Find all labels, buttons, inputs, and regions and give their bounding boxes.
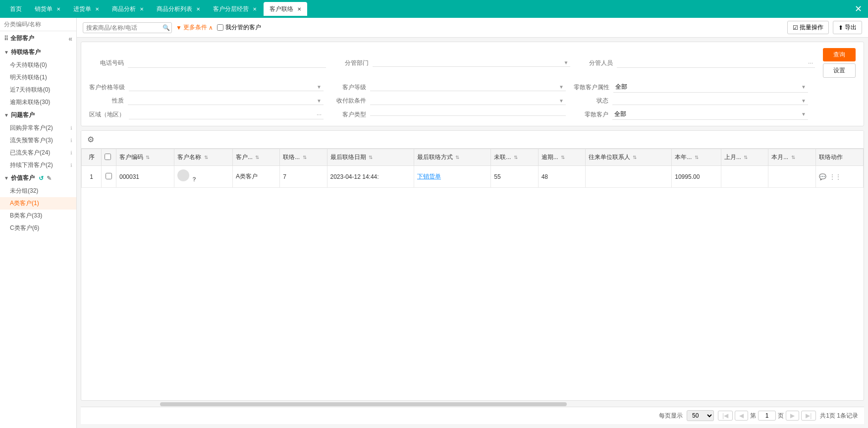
- col-contact-person[interactable]: 往来单位联系人 ⇅: [585, 149, 671, 166]
- col-contact-count[interactable]: 联络... ⇅: [280, 149, 327, 166]
- sidebar-tree: ▼ 待联络客户 今天待联络(0) 明天待联络(1) 近7天待联络(0) 逾期未联…: [0, 46, 76, 428]
- tree-group-pending-label[interactable]: ▼ 待联络客户: [0, 46, 76, 59]
- col-uncontacted[interactable]: 未联... ⇅: [491, 149, 538, 166]
- more-icon[interactable]: ···: [808, 59, 813, 66]
- next-page-button[interactable]: ▶: [786, 411, 799, 421]
- nav-tab-customer-tier[interactable]: 客户分层经营 ✕: [207, 2, 263, 16]
- window-close-button[interactable]: ✕: [853, 1, 864, 16]
- my-customers-checkbox[interactable]: 我分管的客户: [217, 23, 261, 32]
- page-input[interactable]: [758, 411, 776, 421]
- sidebar-item-churned[interactable]: 已流失客户(24) ℹ: [0, 147, 76, 159]
- region-select[interactable]: ···: [129, 110, 324, 119]
- sidebar-item-tomorrow-pending[interactable]: 明天待联络(1): [0, 71, 76, 84]
- nav-tab-home[interactable]: 首页: [4, 2, 28, 16]
- tree-group-value-label[interactable]: ▼ 价值客户 ↺ ✎: [0, 171, 76, 185]
- edit-icon[interactable]: ✎: [47, 175, 52, 182]
- nav-tab-product-analysis[interactable]: 商品分析 ✕: [106, 2, 150, 16]
- filter-icon: ▼: [176, 24, 182, 31]
- sidebar-item-churn-warning[interactable]: 流失预警客户(3) ℹ: [0, 134, 76, 147]
- retail-customer-select[interactable]: 全部 ▼: [612, 109, 808, 120]
- last-page-button[interactable]: ▶|: [801, 411, 816, 421]
- sidebar-search-input[interactable]: [4, 21, 77, 28]
- sidebar-item-today-pending[interactable]: 今天待联络(0): [0, 59, 76, 71]
- chevron-down-icon: ▼: [4, 175, 9, 181]
- price-level-select[interactable]: ▼: [129, 83, 324, 91]
- filter-row-3: 性质 ▼ 收付款条件 ▼ 状态: [89, 95, 856, 107]
- more-icon[interactable]: ···: [317, 111, 322, 118]
- sort-icon: ⇅: [369, 155, 373, 160]
- col-overdue[interactable]: 逾期... ⇅: [538, 149, 585, 166]
- person-select[interactable]: ···: [617, 58, 815, 68]
- sidebar-collapse-icon[interactable]: «: [68, 35, 72, 43]
- search-input[interactable]: [86, 24, 161, 31]
- filter-status: 状态 ▼: [574, 97, 808, 105]
- col-this-year[interactable]: 本年... ⇅: [672, 149, 721, 166]
- search-icon[interactable]: 🔍: [163, 24, 170, 31]
- col-this-month[interactable]: 本月... ⇅: [768, 149, 815, 166]
- sidebar-item-class-a[interactable]: A类客户(1): [0, 197, 76, 210]
- sidebar-item-week-pending[interactable]: 近7天待联络(0): [0, 84, 76, 96]
- sort-icon: ⇅: [455, 155, 459, 160]
- customer-type-select[interactable]: [370, 113, 566, 116]
- dept-select[interactable]: ▼: [373, 59, 571, 67]
- col-last-month[interactable]: 上月... ⇅: [721, 149, 768, 166]
- nav-tab-product-list[interactable]: 商品分析列表 ✕: [151, 2, 206, 16]
- more-action-icon[interactable]: ⋮⋮: [829, 173, 841, 180]
- sidebar-item-overdue-contact[interactable]: 逾期未联络(30): [0, 96, 76, 108]
- sidebar-item-declining[interactable]: 持续下滑客户(2) ℹ: [0, 159, 76, 171]
- sidebar-item-class-c[interactable]: C类客户(6): [0, 222, 76, 234]
- col-name[interactable]: 客户名称 ⇅: [174, 149, 232, 166]
- select-all-checkbox[interactable]: [105, 154, 111, 160]
- action-buttons: 查询 设置: [823, 48, 856, 78]
- filter-region: 区域（地区） ···: [89, 110, 324, 119]
- customer-level-select[interactable]: ▼: [370, 83, 566, 91]
- payment-select[interactable]: ▼: [370, 97, 566, 105]
- close-icon[interactable]: ✕: [196, 6, 200, 12]
- nav-tab-purchase[interactable]: 进货单 ✕: [67, 2, 105, 16]
- status-select[interactable]: ▼: [612, 97, 808, 105]
- page-size-select[interactable]: 50 20 100 200: [687, 410, 714, 421]
- query-button[interactable]: 查询: [823, 48, 856, 61]
- col-last-method[interactable]: 最后联络方式 ⇅: [414, 149, 490, 166]
- sort-icon: ⇅: [146, 155, 150, 160]
- filter-payment: 收付款条件 ▼: [331, 97, 566, 105]
- close-icon[interactable]: ✕: [95, 6, 99, 12]
- cell-overdue: 48: [538, 166, 585, 188]
- sidebar-item-class-b[interactable]: B类客户(33): [0, 210, 76, 222]
- chat-icon[interactable]: 💬: [819, 173, 826, 180]
- my-customers-check[interactable]: [217, 24, 223, 31]
- export-button[interactable]: ⬆ 导出: [833, 21, 862, 34]
- close-icon[interactable]: ✕: [140, 6, 144, 12]
- sort-icon: ⇅: [561, 155, 565, 160]
- col-last-date[interactable]: 最后联络日期 ⇅: [327, 149, 414, 166]
- cell-this-year: 10995.00: [672, 166, 721, 188]
- col-level[interactable]: 客户... ⇅: [232, 149, 279, 166]
- filter-person: 分管人员 ···: [578, 58, 815, 68]
- close-icon[interactable]: ✕: [297, 6, 301, 12]
- retail-attr-select[interactable]: 全部 ▼: [613, 82, 808, 93]
- table-settings-icon[interactable]: ⚙: [85, 133, 96, 146]
- batch-operation-button[interactable]: ☑ 批量操作: [787, 21, 829, 34]
- prev-page-button[interactable]: ◀: [735, 411, 748, 421]
- settings-button[interactable]: 设置: [823, 63, 856, 78]
- first-page-button[interactable]: |◀: [718, 411, 733, 421]
- sidebar-item-ungrouped[interactable]: 未分组(32): [0, 185, 76, 197]
- sidebar-item-abnormal-repurchase[interactable]: 回购异常客户(2) ℹ: [0, 122, 76, 134]
- row-checkbox[interactable]: [106, 173, 112, 179]
- filter-retail-attr: 零散客户属性 全部 ▼: [574, 82, 808, 93]
- nature-select[interactable]: ▼: [128, 97, 324, 105]
- toolbar-search-area: 🔍: [83, 22, 172, 33]
- filter-more-button[interactable]: ▼ 更多条件 ∧: [176, 23, 213, 32]
- refresh-icon[interactable]: ↺: [39, 175, 44, 182]
- close-icon[interactable]: ✕: [253, 6, 257, 12]
- sort-icon: ⇅: [633, 155, 637, 160]
- phone-input[interactable]: [128, 58, 326, 68]
- last-method-link[interactable]: 下销货单: [417, 173, 441, 180]
- close-icon[interactable]: ✕: [56, 6, 60, 12]
- col-code[interactable]: 客户编码 ⇅: [116, 149, 174, 166]
- nav-tab-customer-contact[interactable]: 客户联络 ✕: [264, 2, 307, 16]
- sort-icon: ⇅: [791, 155, 795, 160]
- tree-group-problem-label[interactable]: ▼ 问题客户: [0, 108, 76, 122]
- nav-tab-sales[interactable]: 销货单 ✕: [29, 2, 66, 16]
- chevron-down-icon: ▼: [317, 84, 322, 90]
